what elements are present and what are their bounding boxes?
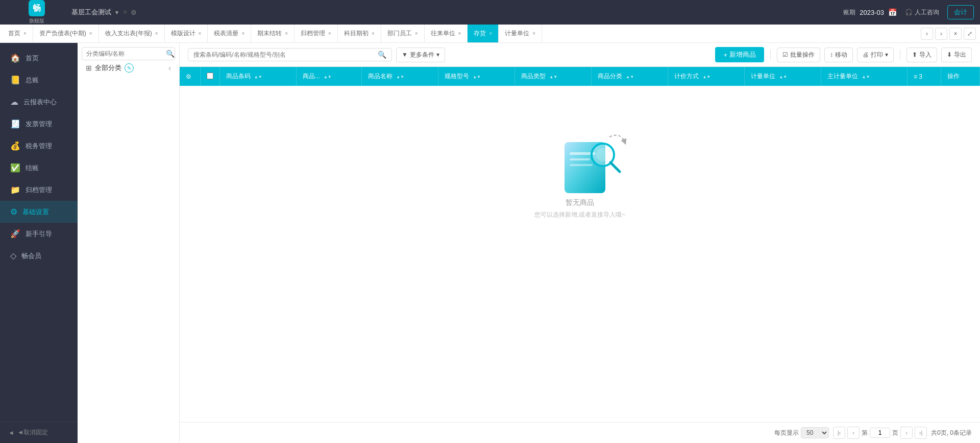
th-col3[interactable]: ≡ 3: [907, 67, 941, 86]
th-type[interactable]: 商品类型 ▲▼: [514, 67, 591, 86]
sidebar-item-tax[interactable]: 💰 税务管理: [0, 135, 78, 157]
sort-code[interactable]: ▲▼: [324, 75, 332, 79]
tab-archive-close[interactable]: ×: [328, 31, 331, 36]
tab-home[interactable]: 首页 ×: [2, 25, 33, 43]
th-main-unit-label: 主计量单位: [827, 73, 858, 80]
category-all-item[interactable]: ⊞ 全部分类 ✎ ‹: [82, 60, 175, 76]
th-spec[interactable]: 规格型号 ▲▼: [438, 67, 514, 86]
sort-type[interactable]: ▲▼: [549, 75, 557, 79]
tab-unit-close[interactable]: ×: [532, 31, 535, 36]
tab-balance-close[interactable]: ×: [89, 31, 92, 36]
sidebar-item-ledger[interactable]: 📒 总账: [0, 69, 78, 91]
tab-balance[interactable]: 资产负债表(中期) ×: [33, 25, 99, 43]
tab-income-close[interactable]: ×: [155, 31, 158, 36]
th-code[interactable]: 商品... ▲▼: [296, 67, 361, 86]
main-search-icon[interactable]: 🔍: [378, 51, 386, 59]
tab-dept-close[interactable]: ×: [415, 31, 418, 36]
tab-tax[interactable]: 税表清册 ×: [208, 25, 251, 43]
tab-home-close[interactable]: ×: [23, 31, 27, 36]
main-search-input[interactable]: [193, 51, 375, 58]
move-button[interactable]: ↕ 移动: [824, 48, 853, 62]
category-search-wrap: 🔍: [82, 47, 175, 60]
last-page-btn[interactable]: ›|: [915, 427, 927, 439]
tab-template[interactable]: 模版设计 ×: [165, 25, 208, 43]
data-table-wrap[interactable]: ⚙ 商品条码 ▲▼ 商品... ▲▼: [180, 67, 980, 422]
category-edit-icon[interactable]: ✎: [125, 63, 134, 73]
app-logo[interactable]: 畅 旗舰版: [6, 0, 67, 25]
tab-subject[interactable]: 科目期初 ×: [338, 25, 381, 43]
filter-button[interactable]: ▼ 更多条件 ▾: [396, 48, 445, 62]
sort-pricing[interactable]: ▲▼: [702, 75, 710, 79]
batch-button[interactable]: ☑ 批量操作: [777, 48, 820, 62]
tab-close-all-btn[interactable]: ×: [949, 28, 962, 40]
sidebar-invoice-label: 发票管理: [26, 120, 52, 129]
add-company-icon[interactable]: +: [122, 7, 128, 18]
th-category[interactable]: 商品分类 ▲▼: [591, 67, 668, 86]
tab-inventory-close[interactable]: ×: [489, 31, 492, 36]
add-product-button[interactable]: + 新增商品: [715, 47, 764, 62]
th-name[interactable]: 商品名称 ▲▼: [361, 67, 438, 86]
sidebar-item-member[interactable]: ◇ 畅会员: [0, 245, 78, 267]
tab-dept[interactable]: 部门员工 ×: [381, 25, 425, 43]
tab-partner-close[interactable]: ×: [458, 31, 461, 36]
import-button[interactable]: ⬆ 导入: [906, 48, 937, 62]
sort-spec[interactable]: ▲▼: [473, 75, 481, 79]
tab-period-close[interactable]: 期末结转 ×: [251, 25, 295, 43]
th-settings[interactable]: ⚙: [180, 67, 200, 86]
collapse-icon[interactable]: ‹: [168, 64, 171, 72]
sidebar-item-home[interactable]: 🏠 首页: [0, 47, 78, 69]
sidebar-item-report[interactable]: ☁ 云报表中心: [0, 91, 78, 113]
company-dropdown-icon[interactable]: ▼: [114, 10, 119, 15]
batch-icon: ☑: [782, 51, 788, 58]
account-button[interactable]: 会计: [947, 5, 974, 19]
tab-tax-close[interactable]: ×: [241, 31, 244, 36]
th-action-label: 操作: [947, 73, 960, 80]
tab-template-close[interactable]: ×: [199, 31, 202, 36]
first-page-btn[interactable]: |‹: [833, 427, 845, 439]
tab-partner[interactable]: 往来单位 ×: [425, 25, 468, 43]
tab-prev-btn[interactable]: ‹: [921, 28, 933, 40]
tab-subject-close[interactable]: ×: [372, 31, 375, 36]
th-unit[interactable]: 计量单位 ▲▼: [745, 67, 821, 86]
service-button[interactable]: 🎧 人工咨询: [901, 6, 943, 19]
sidebar-item-settings[interactable]: ⚙ 基础设置: [0, 201, 78, 223]
th-checkbox[interactable]: [200, 67, 219, 86]
sort-category[interactable]: ▲▼: [626, 75, 634, 79]
next-page-btn[interactable]: ›: [900, 427, 913, 439]
th-pricing[interactable]: 计价方式 ▲▼: [668, 67, 745, 86]
sidebar-ledger-label: 总账: [26, 76, 39, 85]
page-input[interactable]: [870, 428, 890, 438]
sidebar-item-archive[interactable]: 📁 归档管理: [0, 179, 78, 201]
tab-period-close-x[interactable]: ×: [285, 31, 288, 36]
tab-income[interactable]: 收入支出表(年报) ×: [99, 25, 165, 43]
page-size-dropdown[interactable]: 50 100 200: [801, 427, 829, 438]
batch-label: 批量操作: [790, 51, 815, 59]
sort-barcode[interactable]: ▲▼: [254, 75, 262, 79]
main-layout: 🏠 首页 📒 总账 ☁ 云报表中心 🧾 发票管理 💰 税务管理 ✅ 结账 📁 归…: [0, 43, 980, 443]
tab-archive[interactable]: 归档管理 ×: [295, 25, 338, 43]
th-barcode[interactable]: 商品条码 ▲▼: [219, 67, 296, 86]
sidebar-item-invoice[interactable]: 🧾 发票管理: [0, 113, 78, 135]
calendar-icon[interactable]: 📅: [888, 8, 897, 16]
sort-unit[interactable]: ▲▼: [779, 75, 787, 79]
prev-page-btn[interactable]: ‹: [847, 427, 860, 439]
tab-next-btn[interactable]: ›: [935, 28, 947, 40]
company-selector[interactable]: 基层工会测试 ▼ + ⚙: [71, 7, 839, 18]
svg-point-5: [596, 148, 609, 161]
tab-balance-label: 资产负债表(中期): [39, 29, 86, 38]
category-search-input[interactable]: [86, 50, 163, 57]
sidebar-unpin-button[interactable]: ◄ ◄取消固定: [0, 422, 78, 443]
category-search-icon[interactable]: 🔍: [166, 50, 175, 58]
tab-inventory[interactable]: 存货 ×: [468, 25, 499, 43]
sort-name[interactable]: ▲▼: [396, 75, 404, 79]
sidebar-item-guide[interactable]: 🚀 新手引导: [0, 223, 78, 245]
sort-main-unit[interactable]: ▲▼: [862, 75, 870, 79]
export-button[interactable]: ⬇ 导出: [941, 48, 972, 62]
settings-icon[interactable]: ⚙: [131, 9, 137, 16]
tab-expand-btn[interactable]: ⤢: [964, 28, 976, 40]
tab-unit[interactable]: 计量单位 ×: [499, 25, 542, 43]
sidebar-item-closing[interactable]: ✅ 结账: [0, 157, 78, 179]
select-all-checkbox[interactable]: [207, 73, 213, 79]
print-button[interactable]: 🖨 打印 ▾: [857, 48, 894, 62]
th-main-unit[interactable]: 主计量单位 ▲▼: [821, 67, 908, 86]
